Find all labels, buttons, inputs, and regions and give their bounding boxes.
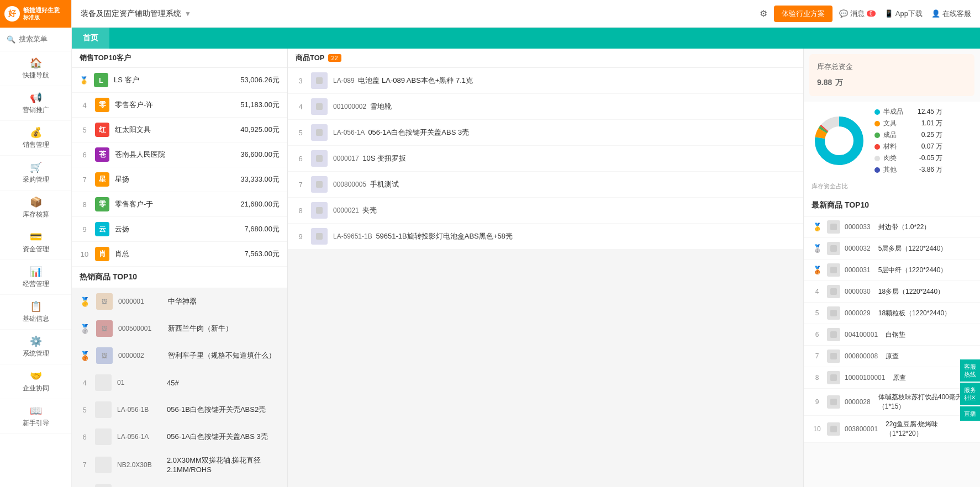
live-button[interactable]: 直播 bbox=[960, 406, 980, 421]
customer-list-item[interactable]: 🥇 L LS 客户 53,006.26元 bbox=[72, 68, 287, 93]
legend-color-dot bbox=[874, 133, 880, 138]
new-product-item[interactable]: 6 004100001 白钢垫 bbox=[804, 324, 980, 346]
rank-medal-icon: 🥈 bbox=[80, 324, 91, 334]
hot-product-item[interactable]: 🥈 🖼 000500001 新西兰牛肉（新牛） bbox=[72, 315, 287, 342]
sidebar-item-system[interactable]: ⚙️ 系统管理 bbox=[0, 330, 71, 364]
product-rank-header: 商品TOP 22 bbox=[288, 49, 803, 68]
customer-list-item[interactable]: 5 红 红太阳文具 40,925.00元 bbox=[72, 118, 287, 142]
message-button[interactable]: 💬 消息 6 bbox=[839, 9, 876, 19]
product-code: 01 bbox=[117, 379, 161, 387]
purchase-icon: 🛒 bbox=[30, 161, 42, 173]
product-thumbnail bbox=[827, 395, 840, 409]
product-rank-item[interactable]: 7 000800005 手机测试 bbox=[288, 172, 803, 198]
customer-rank-panel: 销售TOP10客户 🥇 L LS 客户 53,006.26元 4 零 零售客户-… bbox=[72, 49, 287, 487]
search-menu-button[interactable]: 🔍 搜索菜单 bbox=[4, 32, 67, 46]
dropdown-icon[interactable]: ▼ bbox=[185, 10, 191, 18]
customer-list-item[interactable]: 9 云 云扬 7,680.00元 bbox=[72, 217, 287, 242]
customer-list-item[interactable]: 7 星 星扬 33,333.00元 bbox=[72, 167, 287, 192]
hot-product-item[interactable]: 5 LA-056-1B 056-1B白色按键开关壳ABS2壳 bbox=[72, 396, 287, 424]
new-product-item[interactable]: 4 0000030 18多层（1220*2440） bbox=[804, 281, 980, 303]
product-name: 5层中纤（1220*2440） bbox=[878, 266, 947, 275]
rank-number: 3 bbox=[296, 77, 305, 85]
sidebar-item-purchase[interactable]: 🛒 采购管理 bbox=[0, 156, 71, 190]
new-product-item[interactable]: 7 000800008 原查 bbox=[804, 346, 980, 367]
customer-list-item[interactable]: 4 零 零售客户-许 51,183.00元 bbox=[72, 93, 287, 118]
product-info: 000800005 手机测试 bbox=[333, 179, 795, 189]
product-name: 18颗粒板（1220*2440） bbox=[878, 309, 951, 318]
product-code: 0000002 bbox=[118, 352, 162, 359]
app-download-button[interactable]: 📱 App下载 bbox=[884, 9, 923, 19]
sidebar-item-enterprise[interactable]: 🤝 企业协同 bbox=[0, 364, 71, 399]
sidebar-item-marketing[interactable]: 📢 营销推广 bbox=[0, 86, 71, 121]
svg-rect-3 bbox=[316, 155, 323, 162]
product-count-badge: 22 bbox=[328, 54, 341, 62]
customer-avatar: 云 bbox=[95, 222, 109, 236]
product-rank-item[interactable]: 9 LA-59651-1B 59651-1B旋转投影灯电池盒ABS黑色+58壳 bbox=[288, 224, 803, 250]
product-name: 2.0X30MM双搓花轴.搓花直径2.1MM/ROHS bbox=[167, 456, 280, 474]
trial-button[interactable]: 体验行业方案 bbox=[774, 6, 833, 22]
inventory-title: 库存总资金 bbox=[817, 62, 967, 72]
svg-rect-13 bbox=[830, 245, 837, 252]
product-rank-item[interactable]: 3 LA-089 电池盖 LA-089 ABS本色+黑种 7.1克 bbox=[288, 68, 803, 94]
hot-products-title: 热销商品 TOP10 bbox=[80, 272, 137, 282]
product-rank-item[interactable]: 4 001000002 雪地靴 bbox=[288, 94, 803, 120]
search-menu-label: 搜索菜单 bbox=[19, 34, 48, 44]
service-community-button[interactable]: 服务社区 bbox=[960, 383, 980, 405]
product-thumbnail bbox=[827, 350, 840, 363]
sidebar-item-quick-nav[interactable]: 🏠 快捷导航 bbox=[0, 51, 71, 86]
customer-name: 红太阳文具 bbox=[115, 125, 235, 135]
svg-rect-5 bbox=[316, 207, 323, 214]
new-product-item[interactable]: 5 0000029 18颗粒板（1220*2440） bbox=[804, 303, 980, 324]
product-code: 0000030 bbox=[845, 288, 871, 295]
donut-chart bbox=[812, 113, 867, 168]
product-rank-item[interactable]: 6 0000017 10S 变扭罗扳 bbox=[288, 146, 803, 172]
sidebar-item-basics[interactable]: 📋 基础信息 bbox=[0, 295, 71, 330]
legend-color-dot bbox=[874, 167, 880, 173]
new-product-item[interactable]: 🥈 0000032 5层多层（1220*2440） bbox=[804, 238, 980, 260]
new-product-item[interactable]: 8 10000100001 原查 bbox=[804, 367, 980, 389]
tab-home[interactable]: 首页 bbox=[72, 28, 109, 49]
sidebar-item-sales[interactable]: 💰 销售管理 bbox=[0, 121, 71, 156]
customer-service-hotline-button[interactable]: 客服热线 bbox=[960, 359, 980, 382]
hot-product-item[interactable]: 🥇 🖼 0000001 中华神器 bbox=[72, 288, 287, 315]
hot-product-item[interactable]: 🥉 🖼 0000002 智利车子里（规格不知道填什么） bbox=[72, 342, 287, 369]
customer-list-item[interactable]: 10 肖 肖总 7,563.00元 bbox=[72, 242, 287, 267]
sidebar-item-operations[interactable]: 📊 经营管理 bbox=[0, 260, 71, 295]
svg-rect-21 bbox=[830, 426, 837, 432]
gear-icon[interactable]: ⚙ bbox=[760, 8, 767, 19]
hot-product-item[interactable]: 6 LA-056-1A 056-1A白色按键开关盖ABS 3壳 bbox=[72, 424, 287, 451]
rank-number: 10 bbox=[812, 425, 823, 433]
customer-name: 肖总 bbox=[115, 249, 239, 259]
rank-medal-icon: 🥉 bbox=[812, 266, 823, 274]
hot-product-item[interactable]: 4 01 45# bbox=[72, 369, 287, 396]
customer-avatar: 苍 bbox=[95, 147, 109, 162]
customer-list-item[interactable]: 6 苍 苍南县人民医院 36,600.00元 bbox=[72, 142, 287, 167]
sidebar-item-finance[interactable]: 💳 资金管理 bbox=[0, 225, 71, 260]
rank-number: 6 bbox=[296, 155, 305, 163]
legend-value: 12.45 万 bbox=[907, 107, 942, 117]
rank-number: 7 bbox=[80, 460, 89, 469]
product-thumbnail bbox=[827, 285, 840, 298]
product-thumbnail: 🖼 bbox=[96, 320, 113, 337]
sidebar-item-guide[interactable]: 📖 新手引导 bbox=[0, 399, 71, 434]
new-product-item[interactable]: 🥇 0000033 封边带（1.0*22） bbox=[804, 216, 980, 238]
legend-value: -3.86 万 bbox=[908, 165, 943, 174]
product-name: 智利车子里（规格不知道填什么） bbox=[168, 351, 276, 361]
legend-color-dot bbox=[874, 156, 880, 161]
customer-list-item[interactable]: 8 零 零售客户-于 21,680.00元 bbox=[72, 192, 287, 217]
new-product-item[interactable]: 9 0000028 体碱荔枝味苏打饮品400毫升（1*15） bbox=[804, 389, 980, 416]
hot-product-item[interactable]: 8 0000011 12070519-xs bbox=[72, 479, 287, 487]
product-rank-item[interactable]: 8 0000021 夹壳 bbox=[288, 198, 803, 224]
rank-number: 4 bbox=[812, 288, 823, 295]
product-thumbnail bbox=[311, 98, 328, 115]
product-thumbnail bbox=[95, 457, 112, 473]
new-product-item[interactable]: 🥉 0000031 5层中纤（1220*2440） bbox=[804, 260, 980, 281]
sidebar-item-inventory[interactable]: 📦 库存核算 bbox=[0, 190, 71, 225]
message-label: 消息 bbox=[850, 9, 865, 19]
new-product-item[interactable]: 10 003800001 22g鱼豆腐·烧烤味（1*12*20） bbox=[804, 416, 980, 443]
online-service-button[interactable]: 👤 在线客服 bbox=[931, 9, 971, 19]
product-rank-item[interactable]: 5 LA-056-1A 056-1A白色按键开关盖ABS 3壳 bbox=[288, 120, 803, 146]
hot-products-list: 🥇 🖼 0000001 中华神器 🥈 🖼 000500001 新西兰牛肉（新牛）… bbox=[72, 288, 287, 487]
message-icon: 💬 bbox=[839, 9, 848, 18]
hot-product-item[interactable]: 7 NB2.0X30B 2.0X30MM双搓花轴.搓花直径2.1MM/ROHS bbox=[72, 451, 287, 479]
